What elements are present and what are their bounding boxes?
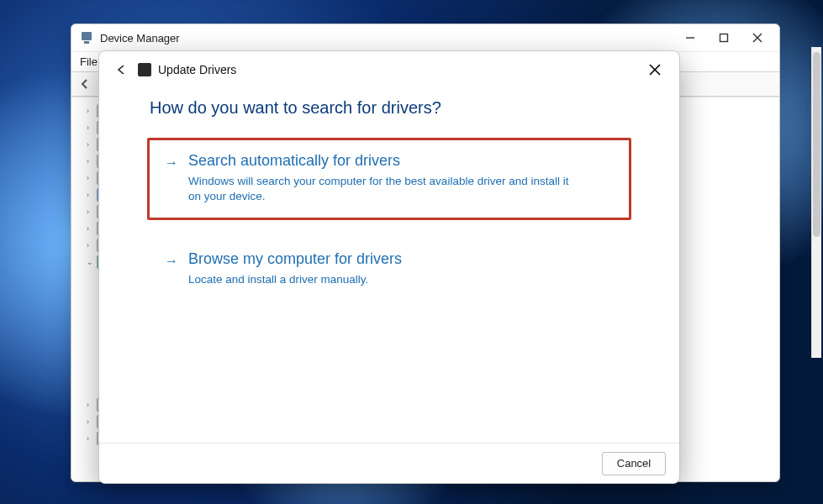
option-title: Browse my computer for drivers: [188, 250, 402, 268]
dialog-back-button[interactable]: [109, 58, 133, 81]
dialog-title: Update Drivers: [158, 63, 236, 76]
titlebar: Device Manager: [71, 24, 779, 51]
option-description: Locate and install a driver manually.: [188, 272, 583, 287]
option-title: Search automatically for drivers: [188, 152, 400, 170]
arrow-right-icon: →: [165, 254, 178, 269]
option-browse-computer[interactable]: → Browse my computer for drivers Locate …: [150, 239, 629, 301]
option-description: Windows will search your computer for th…: [188, 174, 583, 204]
device-icon: [138, 63, 151, 76]
cancel-button[interactable]: Cancel: [602, 452, 666, 475]
dialog-body: How do you want to search for drivers? →…: [99, 88, 679, 443]
dialog-headline: How do you want to search for drivers?: [150, 98, 629, 118]
close-button[interactable]: [741, 26, 774, 50]
menu-file[interactable]: File: [80, 55, 98, 68]
svg-rect-1: [84, 41, 89, 44]
dialog-close-button[interactable]: [641, 55, 669, 84]
option-search-automatically[interactable]: → Search automatically for drivers Windo…: [147, 138, 631, 220]
window-title: Device Manager: [100, 32, 673, 45]
dialog-header: Update Drivers: [99, 51, 679, 88]
scrollbar-thumb[interactable]: [813, 52, 820, 237]
update-drivers-dialog: Update Drivers How do you want to search…: [98, 50, 680, 484]
background-scrollbar[interactable]: [811, 47, 821, 358]
maximize-button[interactable]: [707, 26, 741, 50]
dialog-footer: Cancel: [99, 443, 679, 483]
svg-rect-3: [720, 34, 728, 42]
svg-rect-0: [82, 32, 92, 40]
arrow-right-icon: →: [165, 155, 178, 171]
app-icon: [80, 31, 93, 45]
nav-back-button[interactable]: [75, 74, 95, 94]
minimize-button[interactable]: [673, 26, 707, 50]
